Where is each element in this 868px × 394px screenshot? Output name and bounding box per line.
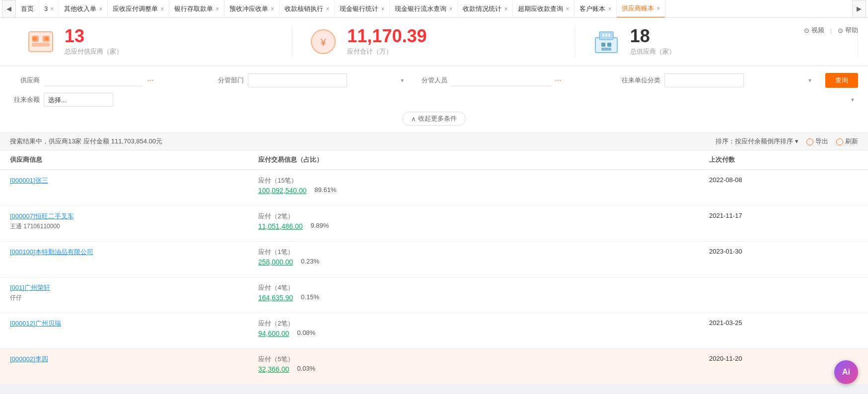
- nav-arrow-right[interactable]: ▶: [852, 0, 866, 18]
- supplier-cell-2: [000100]本特勤油品有限公司: [10, 248, 258, 257]
- last-pay-cell-5: 2020-11-20: [709, 355, 858, 362]
- dept-select[interactable]: [248, 73, 347, 87]
- nav-home[interactable]: 首页: [16, 0, 39, 18]
- last-pay-2: 2023-01-30: [709, 248, 742, 255]
- dept-select-wrap: [248, 73, 408, 87]
- nav-ar-ap-adjust-close[interactable]: ×: [160, 5, 164, 12]
- filter-area: 供应商 ··· 分管部门 分管人员 ··· 往来单位分类: [0, 66, 868, 133]
- sort-text: 排序：按应付余额倒序排序: [716, 137, 793, 145]
- nav-customer-book-close[interactable]: ×: [608, 5, 611, 12]
- nav-advance-receive[interactable]: 预收冲应收单 ×: [224, 0, 280, 18]
- nav-bank-deposit-close[interactable]: ×: [216, 5, 219, 12]
- stat-label-total: 总供应商（家）: [630, 47, 675, 56]
- result-actions: 排序：按应付余额倒序排序 ▾ 导出 刷新: [716, 137, 858, 146]
- supplier-link-5[interactable]: [000002]李四: [10, 355, 48, 363]
- ai-button[interactable]: Ai: [834, 360, 858, 384]
- stat-info-suppliers: 13 总应付供应商（家）: [65, 27, 123, 56]
- table-row: [000001]张三 应付（15笔） 100,092,540.00 89.61%…: [0, 170, 868, 206]
- nav-receipt-stat[interactable]: 收款情况统计 ×: [458, 0, 513, 18]
- header-links: ⊙ 视频 | ⊙ 帮助: [804, 26, 858, 35]
- filter-row-1: 供应商 ··· 分管部门 分管人员 ··· 往来单位分类: [10, 73, 858, 88]
- dept-filter-label: 分管部门: [214, 76, 244, 85]
- nav-arrow-left[interactable]: ◀: [2, 0, 16, 18]
- nav-tab3-label: 3: [44, 5, 48, 12]
- nav-receipt-verify-close[interactable]: ×: [326, 5, 329, 12]
- nav-overdue-query-label: 超期应收款查询: [518, 4, 563, 13]
- nav-cash-bank-stat[interactable]: 现金银行统计 ×: [335, 0, 390, 18]
- category-select[interactable]: [664, 73, 744, 87]
- nav-customer-book-label: 客户账本: [579, 4, 605, 13]
- table-row: [001]广州荣轩 仔仔 应付（4笔） 164,635.90 0.15%: [0, 277, 868, 313]
- help-icon: ⊙: [838, 27, 843, 34]
- tx-amount-0[interactable]: 100,092,540.00: [258, 187, 306, 195]
- supplier-link-4[interactable]: [000012]广州贝瑞: [10, 320, 61, 327]
- stat-number-suppliers: 13: [65, 27, 123, 45]
- tx-amount-5[interactable]: 32,366.00: [258, 365, 289, 373]
- supplier-link-1[interactable]: [000007]恒旺二手叉车: [10, 212, 74, 220]
- nav-receipt-verify[interactable]: 收款核销执行 ×: [280, 0, 335, 18]
- nav-other-income[interactable]: 其他收入单 ×: [59, 0, 108, 18]
- nav-supplier-book-close[interactable]: ×: [656, 5, 660, 12]
- stat-info-amount: 11,170.39 应付合计（万）: [347, 27, 427, 56]
- supplier-link-0[interactable]: [000001]张三: [10, 177, 48, 184]
- supplier-cell-5: [000002]李四: [10, 355, 258, 364]
- last-pay-5: 2020-11-20: [709, 355, 742, 362]
- table-header: 供应商信息 应付交易信息（占比） 上次付数: [0, 150, 868, 170]
- collapse-button[interactable]: ∧ 收起更多条件: [403, 112, 465, 126]
- tx-amount-3[interactable]: 164,635.90: [258, 294, 293, 302]
- tx-cell-0: 应付（15笔） 100,092,540.00 89.61%: [258, 176, 709, 195]
- export-button[interactable]: 导出: [806, 137, 828, 146]
- last-pay-cell-1: 2021-11-17: [709, 212, 858, 219]
- svg-point-4: [33, 37, 37, 41]
- nav-bank-deposit[interactable]: 银行存取款单 ×: [169, 0, 224, 18]
- help-link[interactable]: ⊙ 帮助: [838, 26, 858, 35]
- refresh-button[interactable]: 刷新: [836, 137, 858, 146]
- svg-rect-10: [601, 43, 605, 47]
- supplier-icon: [25, 26, 57, 58]
- nav-overdue-query[interactable]: 超期应收款查询 ×: [513, 0, 575, 18]
- tx-amount-4[interactable]: 94,600.00: [258, 329, 289, 337]
- nav-cash-bank-stat-close[interactable]: ×: [381, 5, 384, 12]
- tx-label-4: 应付（2笔）: [258, 319, 709, 328]
- nav-scroll: 首页 3 × 其他收入单 × 应收应付调整单 × 银行存取款单 × 预收冲应收单…: [16, 0, 852, 18]
- sort-icon[interactable]: ▾: [795, 137, 798, 145]
- video-link[interactable]: ⊙ 视频: [804, 26, 824, 35]
- tx-percent-5: 0.03%: [297, 365, 315, 372]
- query-button[interactable]: 查询: [825, 73, 858, 88]
- nav-customer-book[interactable]: 客户账本 ×: [575, 0, 617, 18]
- nav-tab3[interactable]: 3 ×: [39, 0, 59, 18]
- supplier-link-2[interactable]: [000100]本特勤油品有限公司: [10, 248, 93, 256]
- nav-cash-flow-query[interactable]: 现金银行流水查询 ×: [390, 0, 458, 18]
- supplier-link-3[interactable]: [001]广州荣轩: [10, 284, 50, 291]
- supplier-filter-label: 供应商: [10, 76, 40, 85]
- tx-amount-1[interactable]: 11,051,486.00: [258, 222, 303, 230]
- nav-supplier-book[interactable]: 供应商账本 ×: [617, 0, 665, 18]
- category-select-wrap: [664, 73, 816, 87]
- tx-cell-4: 应付（2笔） 94,600.00 0.08%: [258, 319, 709, 337]
- person-dots[interactable]: ···: [555, 76, 561, 85]
- supplier-input[interactable]: [44, 74, 143, 86]
- nav-receipt-verify-label: 收款核销执行: [285, 4, 323, 13]
- tx-row-0: 100,092,540.00 89.61%: [258, 185, 709, 195]
- nav-other-income-close[interactable]: ×: [99, 5, 102, 12]
- help-label: 帮助: [845, 26, 858, 35]
- last-pay-1: 2021-11-17: [709, 212, 742, 219]
- nav-home-label: 首页: [21, 4, 34, 13]
- tx-percent-1: 9.89%: [311, 222, 329, 229]
- nav-cash-flow-query-close[interactable]: ×: [449, 5, 452, 12]
- col-last-pay: 上次付数: [709, 155, 858, 164]
- nav-advance-receive-close[interactable]: ×: [271, 5, 274, 12]
- person-input[interactable]: [451, 74, 551, 86]
- supplier-sub-1: 王通 17106110000: [10, 222, 258, 231]
- table-row: [000012]广州贝瑞 应付（2笔） 94,600.00 0.08% 2021…: [0, 313, 868, 349]
- nav-tab3-close[interactable]: ×: [50, 5, 54, 12]
- balance-select[interactable]: 选择...: [44, 93, 113, 107]
- filter-person: 分管人员 ···: [418, 74, 612, 86]
- collapse-icon: ∧: [411, 115, 416, 123]
- nav-overdue-query-close[interactable]: ×: [566, 5, 569, 12]
- tx-amount-2[interactable]: 258,000.00: [258, 258, 293, 266]
- nav-receipt-stat-close[interactable]: ×: [504, 5, 507, 12]
- nav-ar-ap-adjust[interactable]: 应收应付调整单 ×: [108, 0, 169, 18]
- stat-number-amount: 11,170.39: [347, 27, 427, 45]
- supplier-dots[interactable]: ···: [147, 76, 153, 85]
